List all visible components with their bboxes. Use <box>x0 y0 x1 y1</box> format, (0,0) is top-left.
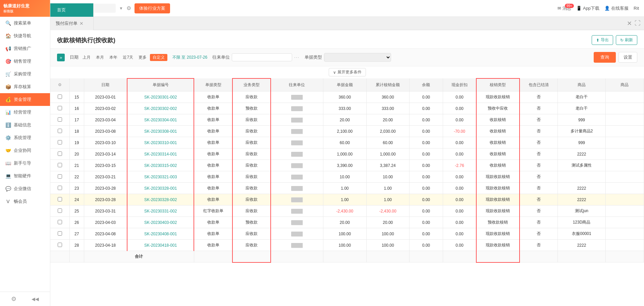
tab-close-prepay[interactable]: ✕ <box>79 21 84 26</box>
doc-no-link[interactable]: SK-20230328-002 <box>144 197 177 202</box>
row-checkbox[interactable] <box>58 163 62 167</box>
row-checkbox[interactable] <box>58 186 62 190</box>
col-amount[interactable]: 单据金额 <box>323 78 366 91</box>
cell-checkbox[interactable] <box>50 228 69 240</box>
app-download-btn[interactable]: 📱 App下载 <box>576 5 599 11</box>
sidebar-item-search[interactable]: 🔍搜索菜单 <box>0 17 50 29</box>
col-cash-discount[interactable]: 现金折扣 <box>443 78 476 91</box>
unit-dots[interactable]: ··· <box>294 55 300 60</box>
sidebar-item-system[interactable]: ⚙️系统管理 <box>0 131 50 144</box>
col-doc-no[interactable]: 单据编号 <box>127 78 194 91</box>
cell-checkbox[interactable] <box>50 103 69 114</box>
doc-no-link[interactable]: SK-20230308-001 <box>144 129 177 134</box>
collapse-icon[interactable]: ◀◀ <box>32 296 39 302</box>
doc-no-link[interactable]: SK-20230304-001 <box>144 118 177 122</box>
date-this-year[interactable]: 本年 <box>107 54 119 61</box>
sidebar-item-operations[interactable]: 📊经营管理 <box>0 106 50 119</box>
doc-no-link[interactable]: SK-20230301-002 <box>144 95 177 100</box>
cell-checkbox[interactable] <box>50 114 69 126</box>
col-include-settled[interactable]: 包含已结清 <box>520 78 558 91</box>
sidebar-item-inventory[interactable]: 📦库存核算 <box>0 80 50 93</box>
row-checkbox[interactable] <box>58 117 62 122</box>
row-checkbox[interactable] <box>58 231 62 236</box>
col-total-cancel[interactable]: 累计核销金额 <box>366 78 409 91</box>
settings-btn[interactable]: 设置 <box>619 52 637 63</box>
col-goods[interactable]: 商品 <box>558 78 606 91</box>
doc-no-link[interactable]: SK-20230310-001 <box>144 140 177 145</box>
col-unit[interactable]: 往来单位 <box>271 78 323 91</box>
row-checkbox[interactable] <box>58 197 62 201</box>
date-last-month[interactable]: 上月 <box>80 54 93 61</box>
row-checkbox[interactable] <box>58 151 62 156</box>
doc-no-link[interactable]: SK-20230328-001 <box>144 186 177 191</box>
date-more[interactable]: 更多 <box>137 54 149 61</box>
sidebar-item-basic[interactable]: ℹ️基础信息 <box>0 119 50 131</box>
topbar-dropdown-icon[interactable]: ▼ <box>119 6 123 11</box>
col-balance[interactable]: 余额 <box>409 78 443 91</box>
cell-checkbox[interactable] <box>50 160 69 171</box>
col-biz-type[interactable]: 业务类型 <box>232 78 271 91</box>
message-btn[interactable]: ✉ 消息 99+ <box>557 5 571 11</box>
row-checkbox[interactable] <box>58 106 62 110</box>
row-checkbox[interactable] <box>58 95 62 99</box>
tab-home[interactable]: 首页 <box>50 3 94 17</box>
doc-type-select[interactable] <box>324 53 391 62</box>
date-custom-btn[interactable]: 自定义 <box>150 54 167 61</box>
sidebar-item-member[interactable]: V畅会员 <box>0 195 50 208</box>
sidebar-item-hardware[interactable]: 💻智能硬件 <box>0 170 50 182</box>
row-checkbox[interactable] <box>58 140 62 144</box>
topbar-gear-icon[interactable]: ⚙ <box>126 5 131 11</box>
sidebar-item-wechat[interactable]: 💬企业微信 <box>0 182 50 195</box>
row-checkbox[interactable] <box>58 129 62 133</box>
date-7days[interactable]: 近7天 <box>121 54 135 61</box>
date-this-month[interactable]: 本月 <box>94 54 106 61</box>
doc-no-link[interactable]: SK-20230418-001 <box>144 243 177 248</box>
cell-checkbox[interactable] <box>50 240 69 251</box>
doc-no-link[interactable]: SK-20230315-002 <box>144 163 177 168</box>
doc-no-link[interactable]: SK-20230331-002 <box>144 209 177 213</box>
col-goods2[interactable]: 商品 <box>605 78 644 91</box>
doc-no-link[interactable]: SK-20230314-001 <box>144 152 177 157</box>
filter-toggle-btn[interactable]: » <box>57 54 65 61</box>
sidebar-item-marketing[interactable]: 📢营销推广 <box>0 42 50 55</box>
unit-input[interactable] <box>232 53 292 61</box>
cell-checkbox[interactable] <box>50 126 69 137</box>
cell-checkbox[interactable] <box>50 217 69 228</box>
sidebar-item-guide[interactable]: 📖新手引导 <box>0 157 50 170</box>
col-settings[interactable]: ⚙ <box>50 78 69 91</box>
sidebar-item-enterprise[interactable]: 🤝企业协同 <box>0 144 50 157</box>
query-btn[interactable]: 查询 <box>594 52 616 63</box>
sidebar-item-quick-nav[interactable]: 🏠快捷导航 <box>0 29 50 42</box>
cell-checkbox[interactable] <box>50 137 69 148</box>
cell-checkbox[interactable] <box>50 91 69 103</box>
tab-prepay[interactable]: 预付应付单✕ <box>50 17 94 30</box>
export-btn[interactable]: ⬆ 导出 <box>592 35 613 45</box>
refresh-btn[interactable]: ↻ 刷新 <box>616 35 637 45</box>
col-cancel-type[interactable]: 核销类型 <box>476 78 519 91</box>
expand-more-btn[interactable]: ∨ 展开更多条件 <box>329 68 366 76</box>
row-checkbox[interactable] <box>58 208 62 213</box>
service-btn[interactable]: 👤 在线客服 <box>604 5 629 11</box>
doc-no-link[interactable]: SK-20230321-003 <box>144 175 177 179</box>
cell-checkbox[interactable] <box>50 194 69 205</box>
doc-no-link[interactable]: SK-20230302-002 <box>144 106 177 111</box>
row-checkbox[interactable] <box>58 174 62 179</box>
cell-checkbox[interactable] <box>50 171 69 183</box>
cell-checkbox[interactable] <box>50 148 69 160</box>
industry-btn[interactable]: 体验行业方案 <box>135 3 170 13</box>
close-tab-icon[interactable]: ✕ <box>627 20 632 27</box>
col-doc-type[interactable]: 单据类型 <box>194 78 232 91</box>
settings-icon[interactable]: ⚙ <box>11 295 16 303</box>
doc-no-link[interactable]: SK-20230408-001 <box>144 232 177 236</box>
cell-checkbox[interactable] <box>50 183 69 194</box>
sidebar-item-capital[interactable]: 💰资金管理 <box>0 93 50 106</box>
sidebar-item-purchase[interactable]: 🛒采购管理 <box>0 68 50 80</box>
expand-tab-icon[interactable]: ⛶ <box>635 20 641 27</box>
row-checkbox[interactable] <box>58 243 62 247</box>
row-checkbox[interactable] <box>58 220 62 224</box>
cell-checkbox[interactable] <box>50 205 69 217</box>
sidebar-item-sales[interactable]: 🎯销售管理 <box>0 55 50 68</box>
doc-no-link[interactable]: SK-20230403-002 <box>144 220 177 225</box>
user-name[interactable]: Rit <box>634 6 639 11</box>
col-date[interactable]: 日期 <box>84 78 127 91</box>
